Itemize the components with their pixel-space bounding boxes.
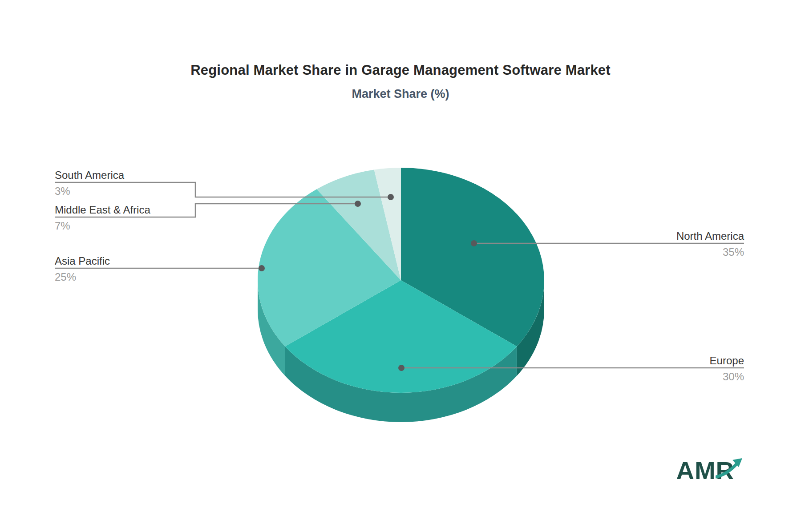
label-europe: Europe — [710, 355, 744, 367]
leader-dot-south-america — [388, 194, 394, 200]
value-north-america: 35% — [723, 246, 744, 258]
label-middle-east-africa: Middle East & Africa — [55, 204, 150, 216]
value-south-america: 3% — [55, 185, 70, 197]
chart-canvas: Regional Market Share in Garage Manageme… — [0, 0, 801, 532]
label-north-america: North America — [676, 230, 744, 242]
value-asia-pacific: 25% — [55, 271, 76, 283]
amr-logo-arrow-icon — [716, 457, 744, 480]
leader-dot-middle-east-africa — [355, 201, 361, 207]
pie-chart — [0, 0, 801, 532]
label-south-america: South America — [55, 169, 124, 181]
amr-logo: AMR — [676, 458, 734, 483]
value-middle-east-africa: 7% — [55, 220, 70, 232]
leader-dot-asia-pacific — [259, 265, 265, 271]
leader-dot-europe — [398, 365, 405, 371]
label-asia-pacific: Asia Pacific — [55, 255, 110, 267]
value-europe: 30% — [723, 371, 744, 383]
leader-dot-north-america — [471, 240, 477, 246]
